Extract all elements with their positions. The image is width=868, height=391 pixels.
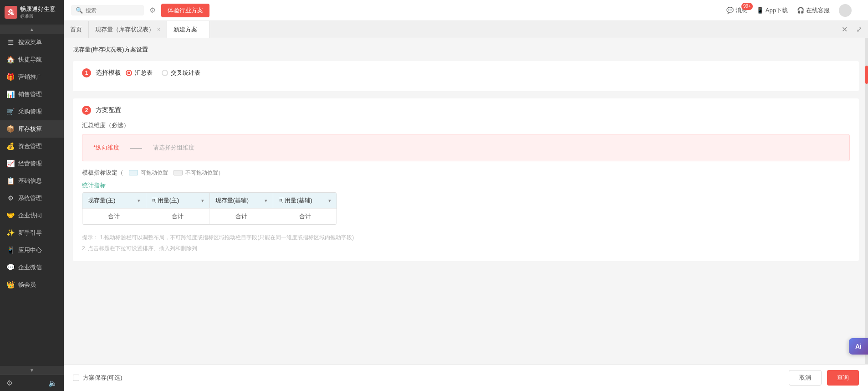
tab-home[interactable]: 首页: [64, 21, 89, 38]
header-label-4: 可用量(基辅): [279, 196, 312, 205]
stat-table: 现存量(主) ▾ 可用量(主) ▾ 现存量(基辅) ▾ 可用量(基辅): [82, 192, 337, 225]
tip2-text: 2. 点击标题栏下拉可设置排序、插入列和删除列: [82, 245, 197, 252]
tab-expand-icon[interactable]: ⤢: [853, 24, 864, 35]
sidebar-item-system[interactable]: ⚙ 系统管理: [0, 190, 64, 207]
sidebar-item-label: 系统管理: [18, 194, 42, 202]
sidebar-item-finance[interactable]: 💰 资金管理: [0, 138, 64, 155]
tabs-bar: 首页 现存量（库存状况表） × 新建方案 × ✕ ⤢: [64, 21, 868, 38]
bottom-bar: 方案保存(可选) 取消 查询: [64, 364, 868, 391]
stat-table-row-1: 合计 合计 合计 合计: [82, 208, 337, 224]
sidebar-item-enterprise-wechat[interactable]: 💬 企业微信: [0, 259, 64, 276]
messages-btn[interactable]: 💬 消息 99+: [726, 6, 747, 15]
topbar: 🔍 ⚙ 体验行业方案 💬 消息 99+ 📱 App下载 🎧 在线客服: [64, 0, 868, 21]
tip2-row: 2. 点击标题栏下拉可设置排序、插入列和删除列: [82, 243, 850, 254]
sidebar-item-inventory[interactable]: 📦 库存核算: [0, 120, 64, 138]
sidebar-item-purchase[interactable]: 🛒 采购管理: [0, 103, 64, 120]
tab-home-label: 首页: [70, 26, 82, 34]
chevron-down-icon-3[interactable]: ▾: [265, 198, 267, 204]
sidebar-item-base-info[interactable]: 📋 基础信息: [0, 172, 64, 190]
header-cell-2[interactable]: 可用量(主) ▾: [146, 193, 210, 208]
step1-badge: 1: [82, 68, 91, 77]
dimension-box[interactable]: *纵向维度 —— 请选择分组维度: [82, 134, 850, 161]
radio-summary-circle[interactable]: [126, 70, 132, 76]
query-button[interactable]: 查询: [827, 370, 859, 386]
radio-cross[interactable]: 交叉统计表: [162, 69, 200, 77]
sidebar-item-label: 销售管理: [18, 90, 42, 98]
header-cell-1[interactable]: 现存量(主) ▾: [82, 193, 146, 208]
app-download-icon: 📱: [756, 7, 764, 14]
online-service-btn[interactable]: 🎧 在线客服: [797, 6, 830, 15]
save-option[interactable]: 方案保存(可选): [73, 374, 123, 382]
cancel-button[interactable]: 取消: [789, 370, 822, 386]
cell-1-4: 合计: [273, 209, 337, 224]
sidebar-item-marketing[interactable]: 🎁 营销推广: [0, 68, 64, 86]
settings-gear-icon[interactable]: ⚙: [149, 6, 156, 15]
radio-summary[interactable]: 汇总表: [126, 69, 153, 77]
chevron-down-icon-2[interactable]: ▾: [201, 198, 204, 204]
tab-inventory-close[interactable]: ×: [157, 27, 160, 32]
sidebar-bottom: ⚙ 🔈: [0, 375, 64, 391]
chevron-down-icon-4[interactable]: ▾: [328, 198, 331, 204]
sidebar-item-enterprise[interactable]: 🤝 企业协同: [0, 207, 64, 224]
search-input[interactable]: [86, 7, 136, 14]
ai-float-button[interactable]: Ai: [849, 338, 868, 355]
sidebar-item-label: 搜索菜单: [18, 38, 42, 46]
header-label-2: 可用量(主): [152, 196, 179, 205]
purchase-icon: 🛒: [6, 108, 15, 116]
step1-header: 1 选择模板 汇总表 交叉统计表: [82, 68, 850, 77]
tab-new-plan-close[interactable]: ×: [200, 27, 203, 32]
enterprise-wechat-icon: 💬: [6, 263, 15, 272]
enterprise-icon: 🤝: [6, 211, 15, 220]
member-icon: 👑: [6, 281, 15, 289]
experience-btn[interactable]: 体验行业方案: [161, 4, 209, 17]
save-option-label: 方案保存(可选): [83, 374, 123, 382]
stat-label: 统计指标: [82, 181, 850, 190]
messages-badge: 99+: [741, 3, 753, 10]
search-box[interactable]: 🔍: [71, 5, 144, 15]
sidebar-scroll-up[interactable]: ▲: [0, 25, 64, 34]
sidebar-item-sales[interactable]: 📊 销售管理: [0, 86, 64, 103]
app-download-btn[interactable]: 📱 App下载: [756, 6, 788, 15]
sidebar-item-member[interactable]: 👑 畅会员: [0, 276, 64, 293]
dimension-placeholder: 请选择分组维度: [153, 144, 194, 152]
step2-block: 2 方案配置 汇总维度（必选） *纵向维度 —— 请选择分组维度 模板指标设定（…: [73, 98, 859, 261]
page-title: 现存量(库存状况表)方案设置: [73, 46, 859, 54]
movable-legend-box: [129, 170, 138, 175]
search-icon: 🔍: [76, 7, 83, 14]
chevron-down-icon-1[interactable]: ▾: [138, 198, 140, 204]
new-guide-icon: ✨: [6, 229, 15, 237]
bottom-buttons: 取消 查询: [789, 370, 859, 386]
user-avatar[interactable]: [839, 4, 852, 17]
logo-icon: 兔: [5, 6, 17, 19]
stat-table-header: 现存量(主) ▾ 可用量(主) ▾ 现存量(基辅) ▾ 可用量(基辅): [82, 193, 337, 208]
sidebar-item-operations[interactable]: 📈 经营管理: [0, 155, 64, 172]
tab-close-icon[interactable]: ✕: [839, 24, 850, 35]
sound-icon[interactable]: 🔈: [48, 379, 57, 387]
app-logo: 兔 畅康通好生意 标准版: [0, 0, 64, 25]
settings-icon[interactable]: ⚙: [6, 379, 13, 387]
header-cell-4[interactable]: 可用量(基辅) ▾: [273, 193, 337, 208]
sidebar-item-label: 营销推广: [18, 73, 42, 81]
template-options: 汇总表 交叉统计表: [126, 69, 850, 77]
sidebar-item-quick-nav[interactable]: 🏠 快捷导航: [0, 51, 64, 68]
tip1-text: 1.拖动标题栏可以调整布局，不可跨维度或指标区域拖动栏目字段(只能在同一维度或指…: [100, 234, 354, 241]
fixed-legend-label: 不可拖动位置）: [185, 169, 224, 177]
header-cell-3[interactable]: 现存量(基辅) ▾: [210, 193, 274, 208]
sidebar-item-new-guide[interactable]: ✨ 新手引导: [0, 224, 64, 242]
tab-new-plan-label: 新建方案: [174, 26, 197, 34]
fixed-legend-box: [174, 170, 183, 175]
search-menu-icon: ☰: [6, 38, 15, 46]
system-icon: ⚙: [6, 194, 15, 202]
right-scrollbar[interactable]: [865, 38, 868, 364]
save-checkbox[interactable]: [73, 375, 79, 381]
radio-cross-circle[interactable]: [162, 70, 168, 76]
sidebar-scroll-down[interactable]: ▼: [0, 366, 64, 375]
service-icon: 🎧: [797, 7, 804, 14]
tab-inventory-status[interactable]: 现存量（库存状况表） ×: [89, 21, 167, 38]
tab-new-plan[interactable]: 新建方案 ×: [167, 21, 210, 38]
sidebar-item-app-center[interactable]: 📱 应用中心: [0, 242, 64, 259]
sidebar-item-label: 快捷导航: [18, 56, 42, 64]
sidebar-item-search-menu[interactable]: ☰ 搜索菜单: [0, 34, 64, 51]
sidebar-nav: ☰ 搜索菜单 🏠 快捷导航 🎁 营销推广 📊 销售管理 🛒 采购管理 📦 库存核…: [0, 34, 64, 366]
sidebar-item-label: 采购管理: [18, 108, 42, 116]
